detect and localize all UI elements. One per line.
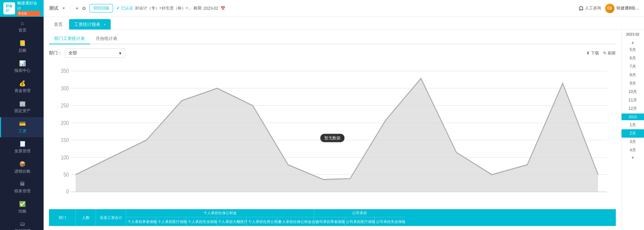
workspace-dropdown-icon[interactable]: ▼ (62, 6, 66, 11)
tab-close-icon[interactable]: × (104, 22, 106, 27)
chart-tooltip: 暂无数据 (320, 134, 344, 142)
month-item-8[interactable]: 8月 (622, 71, 644, 79)
user-menu[interactable]: CE 轻捷通B组... (605, 4, 639, 13)
tab-month-salary[interactable]: 月份统计表 (90, 34, 123, 44)
sidebar-item-assets[interactable]: 🏢 固定资产 (0, 97, 44, 117)
sidebar-item-label-salary: 工资 (18, 128, 26, 134)
tab-dept-salary[interactable]: 部门工资统计表 (49, 34, 90, 44)
download-icon: ⬇ (586, 51, 590, 55)
dept-label: 部门： (49, 50, 62, 56)
sidebar-item-purchase[interactable]: 📦 进销台账 (0, 157, 44, 178)
chevron-down-icon: ▾ (119, 51, 121, 56)
sidebar-item-label-ledger: 总账 (18, 48, 26, 53)
month-item-11[interactable]: 11月 (622, 96, 644, 104)
svg-text:300: 300 (61, 85, 69, 91)
month-item-1[interactable]: 1月 (622, 121, 644, 129)
chart-wrapper: 350 300 250 200 150 100 50 0 暂无数据 (49, 61, 616, 209)
sidebar-item-archive[interactable]: 🗂 归档管理 (0, 218, 44, 230)
col-personal-large-medical: 个人承担大额医疗 (217, 217, 247, 226)
calendar-icon[interactable]: 📅 (220, 6, 225, 11)
download-button[interactable]: ⬇ 下载 (586, 50, 599, 56)
col-dept: 部门 (49, 209, 76, 226)
month-item-10[interactable]: 10月 (622, 88, 644, 96)
app-name: 畅捷通好会计 (17, 1, 40, 11)
ledger-icon: 📒 (19, 40, 26, 46)
workspace-title: 测试 (49, 5, 58, 11)
sidebar-item-label-purchase: 进销台账 (14, 169, 31, 174)
svg-text:100: 100 (61, 154, 69, 160)
sidebar-item-label-tax: 税务管理 (14, 188, 31, 194)
sub-tabs: 部门工资统计表 月份统计表 (49, 34, 616, 44)
right-date-panel: 2023.02 ▲ 5月 6月 7月 8月 9月 10月 11月 12月 202… (621, 30, 644, 230)
home-icon: ⌂ (21, 20, 24, 26)
month-item-12[interactable]: 12月 (622, 104, 644, 113)
col-group-personal: 个人承担社保公积金 个人承担养老保险 个人承担医疗保险 个人承担失业保险 个人承… (126, 209, 314, 226)
month-item-7[interactable]: 7月 (622, 62, 644, 71)
page-area: 部门工资统计表 月份统计表 部门： 全部 ▾ ⬇ (44, 30, 644, 230)
col-company-pension: 公司承担养老保险 (314, 217, 344, 226)
assets-icon: 🏢 (19, 100, 26, 107)
col-company-unemployment: 公司承担失业保险 (375, 217, 405, 226)
date-prev-button[interactable]: ▲ (630, 39, 636, 46)
sidebar-item-settle[interactable]: ✅ 结账 (0, 197, 44, 218)
add-icon[interactable]: + (75, 5, 78, 11)
sidebar-item-label-settle: 结账 (18, 209, 26, 214)
svg-text:150: 150 (61, 137, 69, 143)
help-label: 人工咨询 (585, 5, 601, 11)
sidebar-item-label-archive: 归档管理 (14, 228, 31, 230)
help-button[interactable]: 🎧 人工咨询 (579, 5, 601, 11)
month-item-9[interactable]: 9月 (622, 79, 644, 88)
svg-text:50: 50 (63, 172, 69, 178)
sidebar-item-salary[interactable]: 💳 工资 (0, 117, 44, 137)
col-personal-unemployment: 个人承担失业保险 (186, 217, 217, 226)
sidebar-item-label-assets: 固定资产 (14, 108, 31, 114)
sidebar-item-tax[interactable]: 🏛 税务管理 (0, 178, 44, 197)
app-logo: 好会计 畅捷通好会计 专业版 (0, 0, 44, 17)
sidebar-item-label-home: 首页 (18, 28, 26, 33)
reports-icon: 📊 (19, 60, 26, 66)
tab-home[interactable]: 首页 (49, 19, 68, 30)
month-item-2-active[interactable]: 2月 (622, 129, 644, 138)
archive-icon: 🗂 (20, 221, 25, 227)
switch-version-button[interactable]: 切到旧版 (90, 4, 113, 12)
month-item-3[interactable]: 3月 (622, 138, 644, 146)
user-name: 轻捷通B组... (616, 5, 639, 11)
tab-bar: 首页 工资统计报表 × (44, 17, 644, 30)
col-personal-total: 个人承担社保公积金合计 (277, 217, 314, 226)
avatar: CE (605, 4, 614, 13)
svg-text:200: 200 (61, 120, 69, 126)
sidebar-item-label-reports: 报表中心 (14, 68, 31, 74)
sidebar-item-label-funds: 资金管理 (14, 88, 31, 94)
gear-icon[interactable]: ⚙ (82, 6, 86, 11)
month-item-6[interactable]: 6月 (622, 54, 644, 62)
month-item-4[interactable]: 4月 (622, 146, 644, 154)
topbar-right: 🎧 人工咨询 CE 轻捷通B组... (579, 4, 639, 13)
sidebar-item-ledger[interactable]: 📒 总账 (0, 37, 44, 57)
tab-salary-report[interactable]: 工资统计报表 × (69, 19, 111, 30)
refresh-icon: ↻ (603, 51, 606, 55)
divider-1 (70, 5, 71, 12)
refresh-button[interactable]: ↻ 刷新 (603, 50, 616, 56)
toolbar-left: 部门： 全部 ▾ (49, 48, 125, 58)
sidebar-item-reports[interactable]: 📊 报表中心 (0, 57, 44, 77)
col-company-children: 公司承担养老保险 公司承担医疗保险 公司承担失业保险 (314, 217, 405, 226)
bottom-table-header: 部门 人数 应发工资合计 个人承担社保公积金 个人承担养老保险 个人承担医疗保险… (49, 209, 616, 226)
dept-value: 全部 (68, 50, 77, 56)
date-next-button[interactable]: ▼ (630, 154, 636, 161)
month-item-5[interactable]: 5月 (622, 46, 644, 54)
col-headcount: 人数 (76, 209, 96, 226)
col-group-personal-label: 个人承担社保公积金 (126, 209, 314, 217)
sidebar-item-invoice[interactable]: 🧾 发票管理 (0, 137, 44, 157)
salary-icon: 💳 (19, 121, 26, 127)
purchase-icon: 📦 (19, 161, 26, 167)
topbar-tags: ✔ 已认证 好会计（专）+好生意（标）+... 账期 2023-02 📅 (116, 5, 225, 11)
period-value: 2023-02 (204, 6, 218, 11)
logo-icon: 好会计 (3, 2, 15, 14)
svg-text:350: 350 (61, 68, 69, 74)
toolbar-right: ⬇ 下载 ↻ 刷新 (586, 50, 616, 56)
page-main: 部门工资统计表 月份统计表 部门： 全部 ▾ ⬇ (44, 30, 621, 230)
dept-dropdown[interactable]: 全部 ▾ (65, 48, 125, 58)
sidebar-item-funds[interactable]: 💰 资金管理 (0, 77, 44, 97)
col-personal-children: 个人承担养老保险 个人承担医疗保险 个人承担失业保险 个人承担大额医疗 个人承担… (126, 217, 314, 226)
sidebar-item-home[interactable]: ⌂ 首页 (0, 17, 44, 37)
